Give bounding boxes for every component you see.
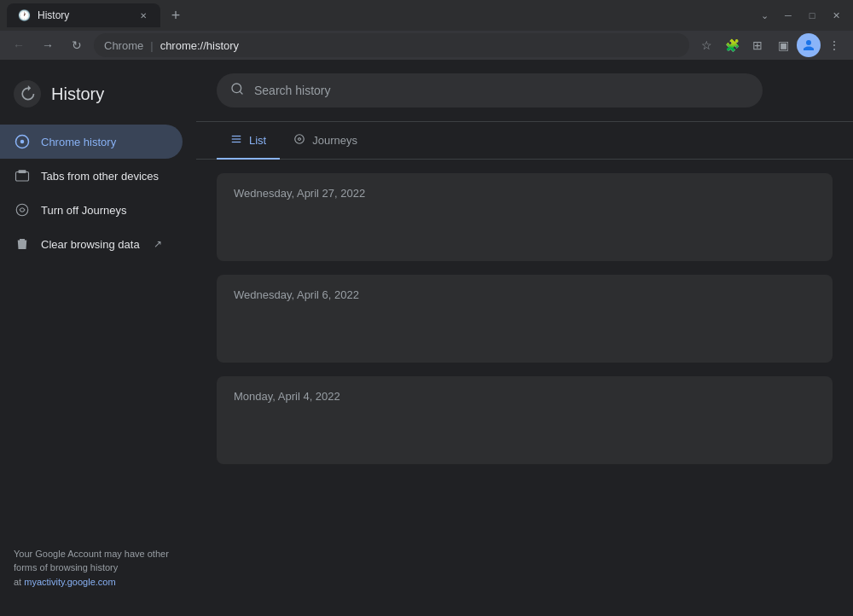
search-icon xyxy=(230,82,244,99)
sidebar-item-tabs-label: Tabs from other devices xyxy=(41,170,159,183)
maximize-button[interactable]: □ xyxy=(802,5,822,26)
tab-bar: 🕐 History ✕ + ⌄ ─ □ ✕ xyxy=(0,0,853,31)
history-date-1: Wednesday, April 27, 2022 xyxy=(217,173,833,210)
history-section-3: Monday, April 4, 2022 xyxy=(217,376,833,464)
svg-rect-3 xyxy=(16,172,29,182)
sidebar-item-clear-browsing-data[interactable]: Clear browsing data ↗ xyxy=(0,227,183,261)
window-list-button[interactable]: ⌄ xyxy=(754,5,775,26)
sidebar-footer: Your Google Account may have other forms… xyxy=(0,533,196,603)
new-tab-button[interactable]: + xyxy=(164,3,188,27)
sidebar-item-journeys-label: Turn off Journeys xyxy=(41,204,126,217)
browser-chrome: 🕐 History ✕ + ⌄ ─ □ ✕ ← → ↻ Chrome | chr… xyxy=(0,0,853,60)
extension-button[interactable]: 🧩 xyxy=(720,33,744,57)
navigation-bar: ← → ↻ Chrome | chrome://history ☆ 🧩 ⊞ ▣ … xyxy=(0,31,853,60)
history-sections: Wednesday, April 27, 2022 Wednesday, Apr… xyxy=(196,173,853,464)
forward-button[interactable]: → xyxy=(36,33,60,57)
window-controls: ⌄ ─ □ ✕ xyxy=(754,5,846,26)
history-items-area-1 xyxy=(217,210,833,261)
reload-button[interactable]: ↻ xyxy=(65,33,89,57)
tab-list-label: List xyxy=(249,134,266,147)
bookmark-button[interactable]: ☆ xyxy=(694,33,718,57)
url-path: chrome://history xyxy=(160,39,239,52)
svg-point-5 xyxy=(16,204,28,216)
trash-icon xyxy=(14,235,31,253)
profile-button[interactable] xyxy=(797,33,821,57)
main-content: List Journeys Wednesday, April 27, 2022 … xyxy=(196,60,853,616)
list-icon xyxy=(230,133,242,148)
tabs-bar: List Journeys xyxy=(196,122,853,160)
sidebar-item-chrome-history-label: Chrome history xyxy=(41,136,116,148)
close-button[interactable]: ✕ xyxy=(826,5,846,26)
sidebar-item-chrome-history[interactable]: Chrome history xyxy=(0,125,183,159)
nav-actions: ☆ 🧩 ⊞ ▣ ⋮ xyxy=(694,33,846,57)
back-button[interactable]: ← xyxy=(7,33,31,57)
address-bar[interactable]: Chrome | chrome://history xyxy=(94,33,689,57)
page-content: History Chrome history Tabs from other d… xyxy=(0,60,853,616)
history-date-3: Monday, April 4, 2022 xyxy=(217,376,833,413)
history-items-area-2 xyxy=(217,311,833,363)
svg-point-0 xyxy=(806,40,811,45)
svg-point-10 xyxy=(295,135,305,144)
side-panel-button[interactable]: ▣ xyxy=(771,33,795,57)
search-input[interactable] xyxy=(254,84,749,97)
history-section-1: Wednesday, April 27, 2022 xyxy=(217,173,833,261)
tab-list[interactable]: List xyxy=(217,123,280,160)
tabs-icon xyxy=(14,167,31,184)
activity-link[interactable]: myactivity.google.com xyxy=(24,577,115,587)
minimize-button[interactable]: ─ xyxy=(778,5,798,26)
menu-button[interactable]: ⋮ xyxy=(822,33,846,57)
svg-rect-4 xyxy=(19,170,26,173)
svg-point-2 xyxy=(20,140,25,144)
url-divider: | xyxy=(150,39,153,52)
journeys-icon xyxy=(14,201,31,218)
history-items-area-3 xyxy=(217,413,833,464)
tab-journeys[interactable]: Journeys xyxy=(280,123,371,160)
journeys-tab-icon xyxy=(293,133,305,148)
history-section-2: Wednesday, April 6, 2022 xyxy=(217,275,833,363)
sidebar-item-turn-off-journeys[interactable]: Turn off Journeys xyxy=(0,193,183,227)
sidebar-footer-link-prefix: at xyxy=(14,577,24,587)
history-logo xyxy=(14,80,41,108)
tab-favicon: 🕐 xyxy=(17,9,31,22)
media-router-button[interactable]: ⊞ xyxy=(746,33,769,57)
sidebar-item-clear-label: Clear browsing data xyxy=(41,238,140,251)
url-origin: Chrome xyxy=(104,39,143,52)
tab-journeys-label: Journeys xyxy=(312,134,357,147)
page-title: History xyxy=(51,84,104,104)
tab-title: History xyxy=(38,9,130,21)
sidebar-header: History xyxy=(0,73,196,125)
chrome-history-icon xyxy=(14,133,31,150)
external-link-icon: ↗ xyxy=(154,238,162,250)
active-tab[interactable]: 🕐 History ✕ xyxy=(7,3,160,27)
sidebar-item-tabs-from-other-devices[interactable]: Tabs from other devices xyxy=(0,159,183,193)
search-box[interactable] xyxy=(217,73,763,108)
history-date-2: Wednesday, April 6, 2022 xyxy=(217,275,833,311)
tab-close-button[interactable]: ✕ xyxy=(136,9,150,22)
sidebar: History Chrome history Tabs from other d… xyxy=(0,60,196,616)
sidebar-footer-text: Your Google Account may have other forms… xyxy=(14,549,169,573)
main-header xyxy=(196,60,853,122)
